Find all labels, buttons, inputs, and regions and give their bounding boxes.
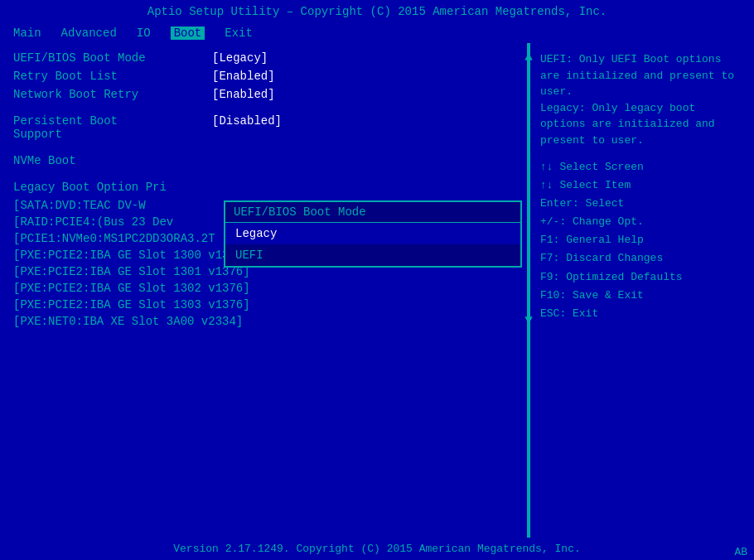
setting-label-nvme: NVMe Boot bbox=[13, 154, 212, 167]
nav-bar: Main Advanced IO Boot Exit bbox=[0, 23, 754, 43]
key-general-help: F1: General Help bbox=[540, 231, 744, 249]
key-save-exit: F10: Save & Exit bbox=[540, 287, 744, 305]
setting-label-persistent: Persistent BootSupport bbox=[13, 114, 212, 141]
setting-value-retry: [Enabled] bbox=[212, 70, 275, 83]
setting-uefi-bios-boot-mode[interactable]: UEFI/BIOS Boot Mode [Legacy] bbox=[13, 51, 514, 65]
key-help: ↑↓ Select Screen ↑↓ Select Item Enter: S… bbox=[540, 158, 744, 323]
modal-title-bar: UEFI/BIOS Boot Mode bbox=[225, 202, 520, 223]
setting-label-legacy-priority: Legacy Boot Option Pri bbox=[13, 181, 212, 194]
key-select-item: ↑↓ Select Item bbox=[540, 176, 744, 195]
nav-item-io[interactable]: IO bbox=[137, 27, 151, 40]
help-text: UEFI: Only UEFI Boot options are initial… bbox=[540, 51, 744, 148]
nav-item-main[interactable]: Main bbox=[13, 27, 41, 40]
modal-option-uefi[interactable]: UEFI bbox=[225, 244, 520, 266]
setting-value-persistent: [Disabled] bbox=[212, 114, 282, 141]
nav-item-advanced[interactable]: Advanced bbox=[61, 27, 117, 40]
key-esc: ESC: Exit bbox=[540, 305, 744, 323]
setting-network-boot-retry[interactable]: Network Boot Retry [Enabled] bbox=[13, 88, 514, 101]
key-optimized: F9: Optimized Defaults bbox=[540, 268, 744, 287]
setting-label-network: Network Boot Retry bbox=[13, 88, 212, 101]
title-text: Aptio Setup Utility – Copyright (C) 2015… bbox=[147, 5, 607, 18]
setting-persistent-boot[interactable]: Persistent BootSupport [Disabled] bbox=[13, 114, 514, 141]
setting-legacy-boot-priority: Legacy Boot Option Pri bbox=[13, 181, 514, 194]
right-panel: UEFI: Only UEFI Boot options are initial… bbox=[530, 43, 754, 538]
nav-item-boot[interactable]: Boot bbox=[171, 27, 205, 40]
left-panel: UEFI/BIOS Boot Mode [Legacy] Retry Boot … bbox=[0, 43, 527, 538]
key-discard: F7: Discard Changes bbox=[540, 249, 744, 268]
main-content: UEFI/BIOS Boot Mode [Legacy] Retry Boot … bbox=[0, 43, 754, 538]
key-enter: Enter: Select bbox=[540, 195, 744, 213]
ab-badge: AB bbox=[734, 546, 747, 558]
key-select-screen: ↑↓ Select Screen bbox=[540, 158, 744, 176]
modal-title: UEFI/BIOS Boot Mode bbox=[234, 205, 366, 219]
setting-nvme-boot[interactable]: NVMe Boot bbox=[13, 154, 514, 167]
key-change-opt: +/-: Change Opt. bbox=[540, 213, 744, 231]
modal-uefi-bios-boot-mode[interactable]: UEFI/BIOS Boot Mode Legacy UEFI bbox=[224, 200, 522, 268]
footer-text: Version 2.17.1249. Copyright (C) 2015 Am… bbox=[173, 543, 580, 555]
boot-item-7[interactable]: [PXE:PCIE2:IBA GE Slot 1303 v1376] bbox=[13, 298, 514, 311]
boot-item-8[interactable]: [PXE:NET0:IBA XE Slot 3A00 v2334] bbox=[13, 315, 514, 328]
nav-item-exit[interactable]: Exit bbox=[225, 27, 253, 40]
title-bar: Aptio Setup Utility – Copyright (C) 2015… bbox=[0, 0, 754, 23]
setting-label-retry: Retry Boot List bbox=[13, 70, 212, 83]
modal-option-legacy[interactable]: Legacy bbox=[225, 223, 520, 244]
setting-value-network: [Enabled] bbox=[212, 88, 275, 101]
footer: Version 2.17.1249. Copyright (C) 2015 Am… bbox=[0, 538, 754, 560]
setting-value-uefi: [Legacy] bbox=[212, 51, 268, 65]
setting-label-uefi: UEFI/BIOS Boot Mode bbox=[13, 51, 212, 65]
boot-item-6[interactable]: [PXE:PCIE2:IBA GE Slot 1302 v1376] bbox=[13, 282, 514, 295]
setting-retry-boot-list[interactable]: Retry Boot List [Enabled] bbox=[13, 70, 514, 83]
